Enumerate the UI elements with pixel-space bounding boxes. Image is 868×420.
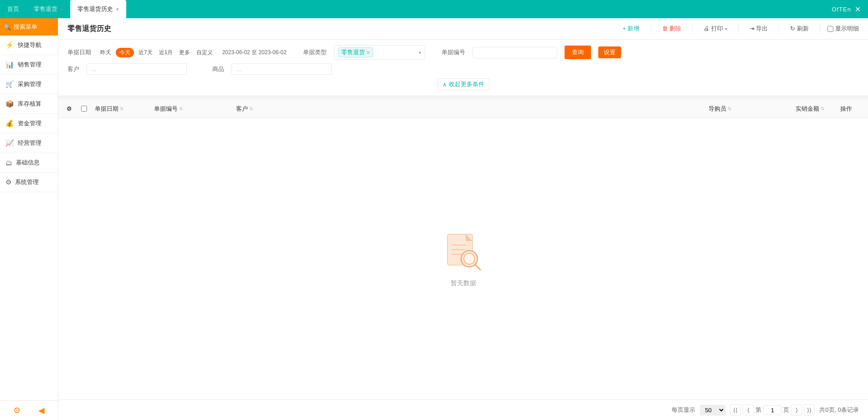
th-guide[interactable]: 导购员 ⇅ — [705, 105, 773, 113]
customer-dots: ... — [92, 66, 97, 72]
filter-row-2: 客户 ... 商品 ... — [67, 63, 859, 75]
show-detail-checkbox[interactable]: 显示明细 — [827, 25, 859, 33]
new-button[interactable]: + 新增 — [619, 23, 643, 35]
delete-button[interactable]: 🗑 删除 — [658, 23, 685, 35]
sales-icon: 📊 — [5, 61, 14, 69]
inventory-icon: 📦 — [5, 100, 14, 108]
date-opt-today[interactable]: 今天 — [116, 48, 134, 57]
th-date[interactable]: 单据日期 ⇅ — [91, 105, 150, 113]
top-bar: 首页 零售退货 × 零售退货历史 × OfTEn ✕ — [0, 0, 868, 18]
sidebar-search[interactable]: 🔍 搜索菜单 — [0, 18, 58, 36]
type-tag-label: 零售退货 — [341, 48, 365, 56]
show-detail-label: 显示明细 — [835, 25, 859, 33]
th-op: 操作 — [828, 105, 864, 113]
th-docno-label: 单据编号 — [154, 105, 178, 113]
content-area: 零售退货历史 + 新增 🗑 删除 🖨 打印 ▾ ⇥ 导出 — [58, 18, 868, 420]
tab-retail-return-history[interactable]: 零售退货历史 × — [70, 0, 126, 18]
finance-icon: 💰 — [5, 119, 14, 128]
sidebar-search-label: 搜索菜单 — [14, 23, 37, 31]
sidebar-item-finance-label: 资金管理 — [18, 119, 41, 128]
new-label: + 新增 — [622, 25, 639, 33]
page-title: 零售退货历史 — [67, 24, 111, 34]
show-detail-check[interactable] — [827, 26, 833, 32]
tab-home[interactable]: 首页 — [0, 0, 26, 18]
th-amount[interactable]: 实销金额 ⇅ — [773, 105, 828, 113]
tab-retail-return-label: 零售退货 — [34, 5, 57, 13]
collapse-sidebar-icon[interactable]: ◀ — [38, 405, 45, 415]
date-opt-7days[interactable]: 近7天 — [137, 48, 154, 57]
page-first-btn[interactable]: ⟨⟨ — [730, 405, 741, 415]
tab-retail-return-history-close[interactable]: × — [116, 6, 118, 12]
page-header: 零售退货历史 + 新增 🗑 删除 🖨 打印 ▾ ⇥ 导出 — [58, 18, 868, 40]
tab-retail-return[interactable]: 零售退货 × — [26, 0, 70, 18]
settings-button[interactable]: 设置 — [598, 46, 621, 58]
docno-filter-label: 单据编号 — [442, 48, 465, 56]
select-all-checkbox[interactable] — [81, 106, 87, 112]
sidebar-item-quick-nav[interactable]: ⚡ 快捷导航 — [0, 36, 58, 55]
print-label: 🖨 打印 — [704, 25, 723, 33]
date-filter-label: 单据日期 — [67, 48, 91, 56]
tab-retail-return-history-label: 零售退货历史 — [77, 5, 113, 13]
print-dropdown-icon: ▾ — [725, 26, 727, 31]
th-amount-sort: ⇅ — [821, 106, 824, 111]
divider-1 — [651, 25, 651, 32]
per-page-select[interactable]: 50 100 200 — [700, 405, 725, 415]
collapse-up-icon: ∧ — [442, 81, 447, 88]
date-opt-custom[interactable]: 自定义 — [195, 48, 215, 57]
page-unit: 页 — [783, 406, 789, 414]
print-button[interactable]: 🖨 打印 ▾ — [700, 23, 731, 35]
date-opt-yesterday[interactable]: 昨天 — [98, 48, 113, 57]
type-tag-close[interactable]: ✕ — [366, 50, 370, 55]
table-select-all[interactable] — [77, 106, 91, 112]
sidebar-item-inventory[interactable]: 📦 库存核算 — [0, 94, 58, 114]
sidebar-item-finance[interactable]: 💰 资金管理 — [0, 114, 58, 133]
export-button[interactable]: ⇥ 导出 — [746, 23, 772, 35]
th-docno[interactable]: 单据编号 ⇅ — [150, 105, 232, 113]
pagination-bar: 每页显示 50 100 200 ⟨⟨ ⟨ 第 页 ⟩ ⟩⟩ 共0页, 0条记录 — [58, 400, 868, 420]
query-button[interactable]: 查询 — [565, 46, 591, 59]
sidebar-item-purchase[interactable]: 🛒 采购管理 — [0, 75, 58, 94]
page-input[interactable] — [763, 405, 781, 415]
page-next-btn[interactable]: ⟩ — [791, 405, 802, 415]
sidebar-item-operations[interactable]: 📈 经营管理 — [0, 133, 58, 153]
empty-text: 暂无数据 — [451, 279, 476, 287]
page-prev-btn[interactable]: ⟨ — [743, 405, 754, 415]
table-settings-icon[interactable]: ⚙ — [62, 105, 77, 112]
sidebar-bottom: ⚙ ◀ — [0, 400, 58, 420]
settings-bottom-icon[interactable]: ⚙ — [13, 405, 21, 415]
refresh-button[interactable]: ↻ 刷新 — [786, 23, 812, 35]
th-date-sort: ⇅ — [120, 106, 123, 111]
docno-input[interactable] — [473, 47, 557, 58]
delete-label: 🗑 删除 — [662, 25, 682, 33]
th-op-label: 操作 — [840, 105, 852, 113]
sidebar-item-inventory-label: 库存核算 — [18, 100, 41, 108]
page-last-btn[interactable]: ⟩⟩ — [804, 405, 815, 415]
tab-retail-return-close[interactable]: × — [60, 6, 63, 12]
date-range-display: 2023-06-02 至 2023-06-02 — [222, 49, 286, 56]
sidebar-item-sales[interactable]: 📊 销售管理 — [0, 55, 58, 75]
sidebar-item-basic-info[interactable]: 🗂 基础信息 — [0, 153, 58, 173]
divider-5 — [820, 25, 820, 32]
sidebar-item-system[interactable]: ⚙ 系统管理 — [0, 173, 58, 192]
th-customer[interactable]: 客户 ⇅ — [232, 105, 705, 113]
date-opt-more[interactable]: 更多 — [177, 48, 192, 57]
customer-input-wrapper[interactable]: ... — [87, 63, 187, 75]
type-select[interactable]: 零售退货 ✕ ▾ — [334, 45, 425, 60]
sidebar: 🔍 搜索菜单 ⚡ 快捷导航 📊 销售管理 🛒 采购管理 📦 库存核算 💰 资金管… — [0, 18, 58, 420]
window-close-icon[interactable]: ✕ — [855, 5, 861, 14]
date-opt-1month[interactable]: 近1月 — [157, 48, 175, 57]
empty-state: 暂无数据 — [58, 118, 868, 400]
type-tag-retail-return: 零售退货 ✕ — [338, 47, 373, 57]
page-nav: ⟨⟨ ⟨ 第 页 ⟩ ⟩⟩ — [730, 405, 815, 415]
export-label: ⇥ 导出 — [750, 25, 768, 33]
collapse-button[interactable]: ∧ 收起更多条件 — [437, 78, 489, 90]
filter-row-1: 单据日期 昨天 今天 近7天 近1月 更多 自定义 2023-06-02 至 2… — [67, 45, 859, 60]
quick-nav-icon: ⚡ — [5, 41, 14, 49]
sidebar-item-purchase-label: 采购管理 — [18, 80, 41, 88]
th-guide-label: 导购员 — [709, 105, 726, 113]
page-total: 共0页, 0条记录 — [819, 406, 859, 414]
goods-input-wrapper[interactable]: ... — [231, 63, 332, 75]
search-icon: 🔍 — [4, 24, 11, 31]
basic-info-icon: 🗂 — [5, 159, 12, 167]
header-actions: + 新增 🗑 删除 🖨 打印 ▾ ⇥ 导出 ↻ 刷新 — [619, 23, 859, 35]
